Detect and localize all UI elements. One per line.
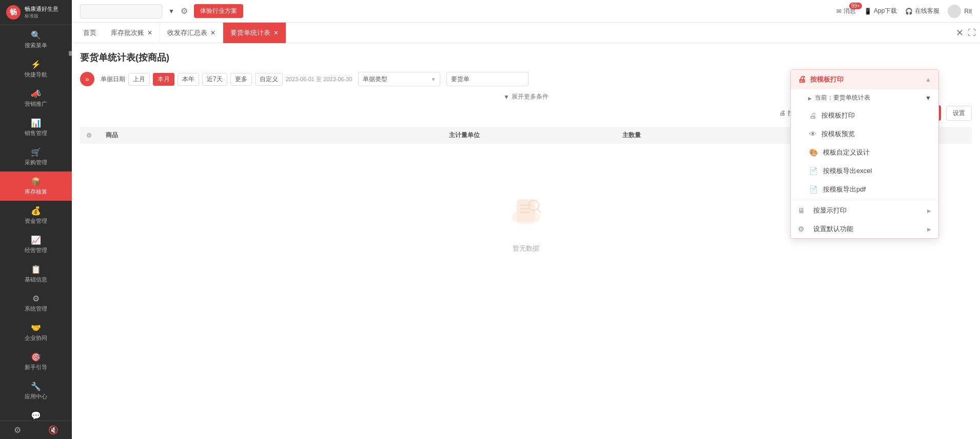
trial-button[interactable]: 体验行业方案 bbox=[194, 4, 243, 18]
dropdown-item-export-pdf[interactable]: 📄 按模板导出pdf bbox=[791, 180, 938, 199]
column-product: 商品 bbox=[106, 131, 445, 140]
tool-icon: 🔧 bbox=[31, 381, 41, 391]
sidebar-item-label: 经营管理 bbox=[25, 246, 47, 254]
set-default-icon: ⚙ bbox=[798, 225, 808, 233]
svg-rect-3 bbox=[520, 208, 529, 209]
dropdown-divider bbox=[791, 200, 938, 200]
sidebar-item-label: 快捷导航 bbox=[25, 71, 47, 79]
sidebar-item-label: 库存核算 bbox=[25, 188, 47, 196]
sidebar-item-appstore[interactable]: 🔧 应用中心 bbox=[0, 376, 72, 406]
tab-inventory-batch[interactable]: 库存批次账 ✕ bbox=[104, 23, 160, 43]
design-icon: 🎨 bbox=[809, 148, 818, 157]
dropdown-item-export-excel[interactable]: 📄 按模板导出excel bbox=[791, 162, 938, 180]
sidebar-item-search[interactable]: 🔍 搜索菜单 bbox=[0, 25, 72, 54]
sidebar-item-label: 新手引导 bbox=[25, 364, 47, 371]
current-icon: ▸ bbox=[808, 94, 812, 102]
dropdown-item-set-default[interactable]: ⚙ 设置默认功能 ▶ bbox=[791, 220, 938, 238]
handshake-icon: 🤝 bbox=[31, 323, 41, 333]
print-dropdown-icon: 🖨 bbox=[798, 75, 806, 84]
settings-bottom-icon[interactable]: ⚙ bbox=[14, 425, 21, 435]
sidebar-item-marketing[interactable]: 📣 营销推广 bbox=[0, 84, 72, 113]
preview-icon: 👁 bbox=[809, 130, 816, 138]
dropdown-item-template-preview[interactable]: 👁 按模板预览 bbox=[791, 125, 938, 143]
search-icon: 🔍 bbox=[31, 30, 41, 40]
type-filter-select[interactable]: 单据类型 ▼ bbox=[358, 72, 440, 86]
sidebar-item-collab[interactable]: 🤝 企业协同 bbox=[0, 318, 72, 347]
search-input[interactable] bbox=[80, 4, 162, 18]
tab-receipt-summary[interactable]: 收发存汇总表 ✕ bbox=[160, 23, 223, 43]
dropdown-item-template-design[interactable]: 🎨 模板自定义设计 bbox=[791, 143, 938, 162]
app-download-btn[interactable]: 📱 App下载 bbox=[864, 7, 897, 15]
sidebar-item-label: 基础信息 bbox=[25, 276, 47, 283]
online-service-btn[interactable]: 🎧 在线客服 bbox=[905, 7, 939, 15]
sub-arrow-icon: ▶ bbox=[927, 208, 931, 214]
sidebar-item-label: 系统管理 bbox=[25, 305, 47, 313]
sidebar-item-operation[interactable]: 📈 经营管理 bbox=[0, 230, 72, 259]
filter-expand-toggle[interactable]: » bbox=[80, 72, 94, 86]
messages-badge: 99+ bbox=[849, 3, 862, 9]
print-dropdown-header[interactable]: 🖨 按模板打印 ▲ bbox=[791, 70, 938, 89]
tabbar-expand-icon[interactable]: ⛶ bbox=[968, 28, 976, 37]
svg-rect-2 bbox=[520, 204, 532, 206]
topbar: ▼ ⚙ 体验行业方案 ✉ 消息 99+ 📱 App下载 🎧 在线客服 Rit bbox=[72, 0, 980, 23]
excel-icon: 📄 bbox=[809, 167, 818, 175]
tabbar-close-icon[interactable]: ✕ bbox=[956, 28, 964, 37]
sidebar-item-basic[interactable]: 📋 基础信息 bbox=[0, 259, 72, 289]
sidebar-bottom: ⚙ 🔇 bbox=[0, 421, 72, 439]
chart-icon: 📊 bbox=[31, 118, 41, 128]
this-month-btn[interactable]: 本月 bbox=[153, 73, 174, 86]
tab-close-receipt-summary[interactable]: ✕ bbox=[210, 30, 215, 36]
sidebar-item-wechat[interactable]: 💬 企业微信 bbox=[0, 406, 72, 421]
date-filter-group: 单据日期 上月 本月 本年 近7天 更多 自定义 2023-06-01 至 20… bbox=[101, 73, 352, 86]
sidebar-item-purchase[interactable]: 🛒 采购管理 bbox=[0, 142, 72, 171]
column-settings-icon[interactable]: ⚙ bbox=[86, 132, 102, 139]
sidebar-item-inventory[interactable]: 📦 库存核算 bbox=[0, 171, 72, 201]
sidebar: 畅 畅康通好生意 标准版 🔍 搜索菜单 ⚡ 快捷导航 📣 营销推广 📊 销售管理… bbox=[0, 0, 72, 439]
last7days-btn[interactable]: 近7天 bbox=[202, 73, 227, 86]
logo-badge: 标准版 bbox=[25, 13, 58, 20]
display-print-icon: 🖥 bbox=[798, 206, 808, 215]
user-menu[interactable]: Rit bbox=[948, 5, 972, 18]
tabbar-right: ✕ ⛶ bbox=[952, 28, 980, 37]
dropdown-item-display-print[interactable]: 🖥 按显示打印 ▶ bbox=[791, 201, 938, 220]
mute-icon[interactable]: 🔇 bbox=[48, 425, 58, 435]
sidebar-item-label: 采购管理 bbox=[25, 159, 47, 166]
this-year-btn[interactable]: 本年 bbox=[178, 73, 199, 86]
sidebar-nav: 🔍 搜索菜单 ⚡ 快捷导航 📣 营销推广 📊 销售管理 🛒 采购管理 📦 库存核… bbox=[0, 25, 72, 421]
tabbar: 首页 库存批次账 ✕ 收发存汇总表 ✕ 要货单统计表 ✕ ✕ ⛶ bbox=[72, 23, 980, 43]
type-filter-label: 单据类型 bbox=[363, 75, 387, 84]
topbar-gear-icon[interactable]: ⚙ bbox=[181, 6, 188, 16]
sidebar-item-label: 资金管理 bbox=[25, 217, 47, 225]
custom-date-btn[interactable]: 自定义 bbox=[255, 73, 283, 86]
messages-btn[interactable]: ✉ 消息 99+ bbox=[836, 7, 856, 15]
tab-order-summary[interactable]: 要货单统计表 ✕ bbox=[223, 23, 286, 43]
tab-close-order-summary[interactable]: ✕ bbox=[273, 30, 279, 36]
sidebar-item-system[interactable]: ⚙ 系统管理 bbox=[0, 289, 72, 318]
topbar-dropdown[interactable]: ▼ bbox=[168, 8, 174, 15]
expand-icon: » bbox=[85, 75, 89, 83]
current-chevron-icon: ▼ bbox=[925, 94, 931, 102]
clipboard-icon: 📋 bbox=[31, 264, 41, 274]
sidebar-item-sales[interactable]: 📊 销售管理 bbox=[0, 113, 72, 142]
prev-month-btn[interactable]: 上月 bbox=[128, 73, 150, 86]
requisition-filter-select[interactable]: 要货单 bbox=[446, 72, 528, 86]
more-dates-btn[interactable]: 更多 bbox=[230, 73, 252, 86]
expand-more-btn[interactable]: ▼ 展开更多条件 bbox=[503, 92, 548, 101]
empty-icon bbox=[505, 189, 546, 238]
gear-icon: ⚙ bbox=[32, 294, 40, 303]
sidebar-item-quick-nav[interactable]: ⚡ 快捷导航 bbox=[0, 54, 72, 84]
message-icon: ✉ bbox=[836, 8, 841, 15]
sub-arrow2-icon: ▶ bbox=[927, 226, 931, 232]
logo-name: 畅康通好生意 bbox=[25, 5, 58, 12]
tab-home[interactable]: 首页 bbox=[76, 23, 104, 43]
box-icon: 📦 bbox=[31, 177, 41, 186]
column-quantity: 主数量 bbox=[622, 131, 792, 140]
sidebar-item-newbie[interactable]: 🎯 新手引导 bbox=[0, 347, 72, 376]
sidebar-item-label: 营销推广 bbox=[25, 100, 47, 108]
current-template-label: ▸ 当前：要货单统计表 ▼ bbox=[791, 89, 938, 106]
dropdown-item-template-print[interactable]: 🖨 按模板打印 bbox=[791, 106, 938, 125]
setting-btn[interactable]: 设置 bbox=[946, 106, 972, 121]
tab-close-inventory-batch[interactable]: ✕ bbox=[147, 30, 152, 36]
sidebar-item-finance[interactable]: 💰 资金管理 bbox=[0, 201, 72, 230]
pdf-icon: 📄 bbox=[809, 185, 818, 194]
